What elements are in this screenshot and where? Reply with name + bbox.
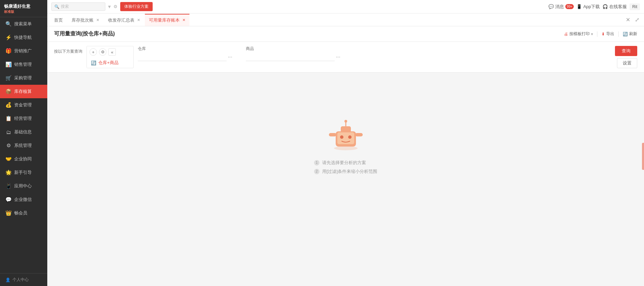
sidebar-item-label: 快捷导航 [14,34,32,41]
tab-batch-ledger[interactable]: 库存批次账 ✕ [68,14,103,26]
online-service-label: 在线客服 [609,4,627,10]
message-icon: 💬 [548,4,554,9]
filter-field-product: 商品 ··· [246,46,340,61]
query-button[interactable]: 查询 [615,46,637,56]
sidebar-item-operations[interactable]: 📋 经营管理 [0,112,47,125]
warehouse-more-btn[interactable]: ··· [228,54,232,60]
search-dropdown-icon[interactable]: ▾ [108,3,111,10]
page-content: 可用量查询(按仓库+商品) 🖨 按模板打印 ▾ ⬇ 导出 🔄 刷新 [47,26,644,286]
svg-rect-5 [341,126,351,132]
box-icon: 📦 [5,88,11,95]
online-service-btn[interactable]: 🎧 在线客服 [602,4,627,10]
gift-icon: 🎁 [5,48,11,54]
warehouse-input[interactable] [138,53,227,61]
empty-tip-1: 1 请先选择要分析的方案 [314,160,377,166]
refresh-icon: 🔄 [623,32,628,36]
scheme-icon: 🔄 [91,60,96,66]
tab-inventory-summary-label: 收发存汇总表 [108,17,134,23]
sidebar-logo-edition: 标准版 [4,9,43,14]
sidebar-item-system[interactable]: ⚙ 系统管理 [0,139,47,152]
product-input[interactable] [246,53,335,61]
sidebar-item-basic-info[interactable]: 🗂 基础信息 [0,125,47,139]
phone-icon: 📱 [5,183,11,189]
sidebar-item-inventory[interactable]: 📦 库存核算 [0,85,47,98]
settings-icon[interactable]: ⚙ [113,4,118,9]
scheme-warehouse-product[interactable]: 🔄 仓库+商品 [87,58,133,68]
scheme-settings-btn[interactable]: ⚙ [99,48,106,56]
sidebar-item-label: 应用中心 [14,183,32,189]
tab-inventory-summary[interactable]: 收发存汇总表 ✕ [104,14,144,26]
divider-2 [618,31,619,37]
crown-icon: 👑 [5,210,11,216]
messages-btn[interactable]: 💬 消息 99+ [548,4,574,10]
scheme-add-btn[interactable]: + [89,48,97,56]
sidebar-item-label: 企业协同 [14,156,32,162]
empty-tip-2: 2 用[过滤]条件来缩小分析范围 [314,168,377,175]
svg-point-7 [344,120,347,123]
topbar-search[interactable]: 🔍 搜索 [51,2,105,11]
lightning-icon: ⚡ [5,34,11,41]
filter-field-warehouse: 仓库 ··· [138,46,232,61]
svg-rect-8 [329,133,336,136]
print-icon: 🖨 [564,32,568,36]
scheme-actions: + ⚙ « [87,46,133,58]
print-dropdown-icon[interactable]: ▾ [591,32,593,36]
divider-1 [597,31,597,37]
tab-close-window[interactable]: ✕ [624,17,632,23]
refresh-label: 刷新 [629,31,637,37]
tip-text-2: 用[过滤]条件来缩小分析范围 [322,168,377,175]
sidebar-item-enterprise[interactable]: 🤝 企业协同 [0,152,47,166]
export-label: 导出 [606,31,614,37]
sidebar-item-wechat[interactable]: 💬 企业微信 [0,193,47,206]
app-download-btn[interactable]: 📱 App下载 [576,4,600,10]
industry-btn[interactable]: 体验行业方案 [120,2,153,11]
wechat-icon: 💬 [5,197,11,203]
sidebar-item-marketing[interactable]: 🎁 营销推广 [0,44,47,58]
sidebar-item-finance[interactable]: 💰 资金管理 [0,98,47,112]
empty-illustration [326,113,366,154]
tabs-bar: 首页 库存批次账 ✕ 收发存汇总表 ✕ 可用量库存账本 ✕ ✕ ⤢ [47,14,644,26]
cart-icon: 🛒 [5,75,11,81]
scheme-collapse-btn[interactable]: « [108,48,116,56]
sidebar-logo: 畅康通好生意 标准版 [0,0,47,17]
print-btn[interactable]: 🖨 按模板打印 ▾ [564,31,593,37]
warehouse-input-row: ··· [138,53,232,61]
sidebar-item-purchase[interactable]: 🛒 采购管理 [0,71,47,85]
sidebar-item-newcomer[interactable]: 🌟 新手引导 [0,166,47,179]
sidebar-item-shortcut[interactable]: ⚡ 快捷导航 [0,31,47,44]
sidebar-item-app-center[interactable]: 📱 应用中心 [0,179,47,193]
messages-label: 消息 [555,4,564,10]
tab-available-qty-close[interactable]: ✕ [182,18,185,22]
tab-batch-ledger-close[interactable]: ✕ [96,18,99,22]
svg-point-0 [334,146,358,150]
product-more-btn[interactable]: ··· [336,54,340,60]
user-icon: 👤 [5,278,10,282]
refresh-btn[interactable]: 🔄 刷新 [623,31,637,37]
sidebar-item-sales[interactable]: 📊 销售管理 [0,58,47,71]
filter-area: 按以下方案查询 + ⚙ « 🔄 仓库+商品 仓库 [47,42,644,73]
product-input-row: ··· [246,53,340,61]
tab-available-qty[interactable]: 可用量库存账本 ✕ [145,14,189,26]
export-btn[interactable]: ⬇ 导出 [601,31,614,37]
filter-scheme-panel: + ⚙ « 🔄 仓库+商品 [86,46,134,68]
scheme-label: 仓库+商品 [98,60,119,66]
settings-button[interactable]: 设置 [617,58,637,68]
empty-state: 1 请先选择要分析的方案 2 用[过滤]条件来缩小分析范围 [47,73,644,214]
sidebar-item-search[interactable]: 🔍 搜索菜单 [0,17,47,31]
svg-rect-9 [355,133,363,136]
phone-icon: 📱 [576,4,582,9]
tab-inventory-summary-close[interactable]: ✕ [137,18,140,22]
handshake-icon: 🤝 [5,156,11,162]
main-area: 🔍 搜索 ▾ ⚙ 体验行业方案 💬 消息 99+ 📱 App下载 🎧 在线客服 … [47,0,644,286]
tab-home[interactable]: 首页 [50,14,67,26]
topbar-user[interactable]: Rit [629,3,640,10]
sidebar-item-label: 企业微信 [14,197,32,203]
export-icon: ⬇ [601,32,605,36]
tab-expand-window[interactable]: ⤢ [633,17,641,23]
search-icon: 🔍 [54,4,59,9]
sidebar-item-member[interactable]: 👑 畅会员 [0,206,47,220]
tip-text-1: 请先选择要分析的方案 [322,160,366,166]
sidebar-bottom[interactable]: 👤 个人中心 [0,273,47,286]
sidebar: 畅康通好生意 标准版 🔍 搜索菜单 ⚡ 快捷导航 🎁 营销推广 📊 销售管理 🛒… [0,0,47,286]
messages-badge: 99+ [565,4,574,9]
